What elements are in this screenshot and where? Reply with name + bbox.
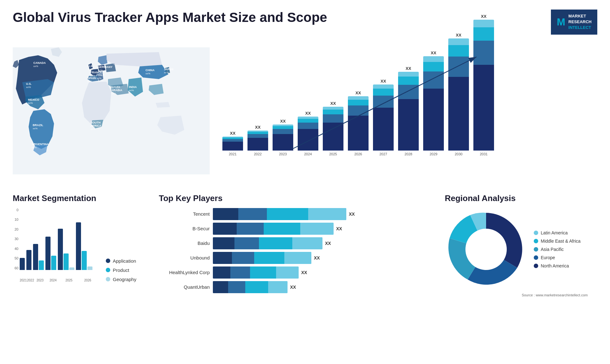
player-value-healthlynked: XX (301, 270, 307, 275)
player-name-baidu: Baidu (159, 240, 210, 246)
bar-year-2024: 2024 (304, 152, 312, 156)
bar-year-2022: 2022 (254, 152, 261, 156)
player-value-bsecur: XX (336, 226, 342, 231)
donut-chart (445, 208, 527, 291)
svg-text:xx%: xx% (111, 92, 116, 95)
key-players-section: Top Key Players Tencent XX B (156, 190, 435, 300)
legend-product: Product (106, 267, 136, 273)
segmentation-legend: Application Product Geography (103, 252, 136, 282)
reg-legend-north-america: North America (534, 263, 580, 268)
seg-bar-product-2026 (82, 251, 87, 270)
svg-text:xx%: xx% (164, 71, 169, 74)
header: Global Virus Tracker Apps Market Size an… (0, 0, 610, 41)
label-china: CHINA (146, 69, 155, 72)
logo-text: MARKET RESEARCH INTELLECT (568, 13, 592, 31)
reg-legend-asia-pacific: Asia Pacific (534, 247, 580, 252)
bar-year-2027: 2027 (379, 152, 387, 156)
growth-chart-section: XX 2021 XX (213, 41, 600, 187)
player-row-tencent: Tencent XX (159, 208, 432, 220)
label-italy: ITALY (97, 73, 105, 77)
seg-bar-group-2023 (33, 244, 44, 270)
seg-bar-product-2024 (51, 256, 56, 270)
bar-2029: XX 2029 (423, 51, 444, 156)
player-name-bsecur: B-Secur (159, 226, 210, 231)
logo-letter: M (557, 15, 565, 29)
svg-text:xx%: xx% (87, 80, 92, 83)
bar-2030: XX 2030 (448, 33, 469, 156)
player-name-unbound: Unbound (159, 255, 210, 260)
label-brazil: BRAZIL (33, 124, 43, 127)
label-saudi: SAUDI (111, 85, 120, 89)
reg-label-europe: Europe (541, 255, 555, 260)
seg-bar-application-2021 (20, 258, 25, 270)
reg-dot-latin-america (534, 231, 538, 235)
player-bar-bsecur: XX (213, 223, 342, 235)
bottom-content: Market Segmentation 60 50 40 30 20 10 0 (0, 187, 610, 307)
player-value-quanturban: XX (290, 285, 296, 290)
player-bar-healthlynked: XX (213, 266, 307, 279)
bar-value-2025: XX (330, 101, 336, 106)
reg-dot-asia-pacific (534, 247, 538, 252)
regional-section: Regional Analysis (442, 190, 600, 300)
player-value-unbound: XX (314, 255, 320, 260)
bar-value-2023: XX (280, 119, 286, 124)
legend-label-product: Product (113, 267, 129, 273)
world-map-svg: CANADA xx% U.S. xx% MEXICO xx% BRAZIL xx… (13, 44, 210, 178)
player-value-baidu: XX (325, 241, 331, 246)
bar-2031: XX 2031 (473, 14, 494, 156)
seg-bar-product-2025 (64, 253, 69, 270)
legend-label-geography: Geography (113, 277, 136, 282)
bar-year-2023: 2023 (279, 152, 287, 156)
bar-year-2029: 2029 (430, 152, 437, 156)
seg-bar-group-2021 (20, 258, 25, 270)
main-content: CANADA xx% U.S. xx% MEXICO xx% BRAZIL xx… (0, 41, 610, 187)
reg-label-middle-east: Middle East & Africa (541, 239, 580, 244)
bar-chart: XX 2021 XX (219, 44, 594, 165)
bar-2022: XX 2022 (247, 125, 268, 156)
player-bar-quanturban: XX (213, 281, 296, 293)
source-text: Source : www.marketresearchintellect.com (445, 293, 597, 297)
player-name-quanturban: QuantUrban (159, 284, 210, 290)
reg-dot-middle-east (534, 239, 538, 243)
legend-label-application: Application (113, 258, 136, 264)
seg-bars-area: 2021 2022 2023 2024 2025 2026 (20, 208, 96, 282)
seg-bar-application-2023 (33, 244, 38, 270)
bar-2026: XX 2026 (348, 91, 369, 156)
seg-bar-group-2024 (45, 237, 56, 270)
bar-value-2027: XX (381, 79, 386, 84)
seg-bar-group-2026 (76, 222, 92, 270)
segmentation-title: Market Segmentation (13, 193, 146, 203)
seg-bar-geography-2025 (69, 267, 74, 270)
svg-text:xx%: xx% (97, 77, 101, 80)
bar-value-2026: XX (356, 91, 361, 95)
svg-text:ARABIA: ARABIA (111, 89, 122, 92)
map-wrapper: CANADA xx% U.S. xx% MEXICO xx% BRAZIL xx… (13, 44, 210, 178)
label-uk: U.K. (88, 64, 94, 68)
bar-value-2030: XX (456, 33, 461, 37)
svg-text:xx%: xx% (28, 102, 33, 104)
seg-y-axis: 60 50 40 30 20 10 0 (13, 208, 20, 278)
label-argentina: ARGENTINA (32, 143, 49, 146)
regional-content: Latin America Middle East & Africa Asia … (445, 208, 597, 291)
bar-value-2031: XX (481, 14, 486, 19)
label-us: U.S. (26, 82, 32, 85)
svg-text:AFRICA: AFRICA (91, 124, 101, 127)
donut-svg (445, 208, 527, 291)
bar-2023: XX 2023 (273, 119, 293, 156)
svg-text:xx%: xx% (129, 89, 134, 92)
bar-year-2028: 2028 (404, 152, 412, 156)
logo-line1: MARKET (568, 13, 592, 19)
seg-bar-application-2024 (45, 237, 51, 270)
seg-bar-geography-2026 (87, 266, 92, 270)
world-map-section: CANADA xx% U.S. xx% MEXICO xx% BRAZIL xx… (10, 41, 213, 187)
seg-bar-group-2022 (26, 250, 31, 270)
svg-text:xx%: xx% (33, 65, 38, 68)
seg-bar-group-2025 (58, 229, 74, 270)
bar-year-2031: 2031 (480, 152, 487, 156)
logo: M MARKET RESEARCH INTELLECT (551, 10, 597, 35)
seg-chart-with-axis: 60 50 40 30 20 10 0 (13, 208, 96, 282)
label-spain: SPAIN (87, 77, 96, 80)
reg-legend-middle-east: Middle East & Africa (534, 239, 580, 244)
seg-bar-application-2026 (76, 222, 81, 270)
player-bar-baidu: XX (213, 237, 331, 249)
